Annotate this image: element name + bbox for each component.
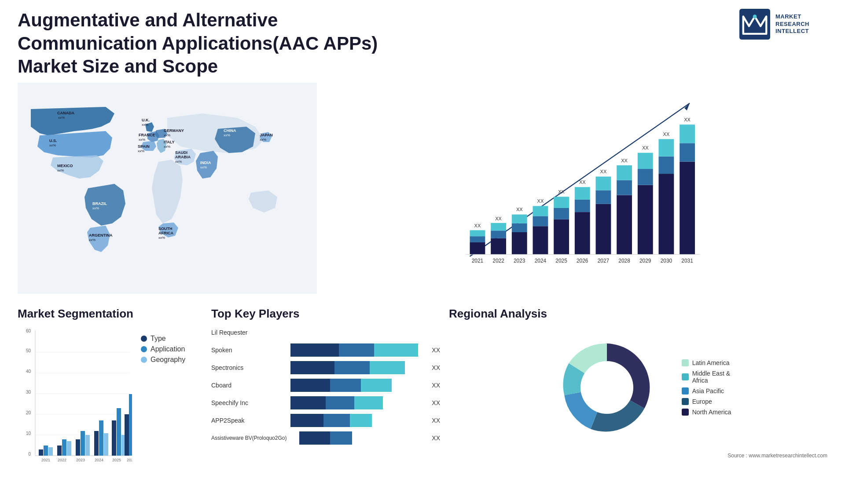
svg-rect-62 xyxy=(596,204,611,254)
legend-item-application: Application xyxy=(141,345,185,353)
logo-text: MARKET RESEARCH INTELLECT xyxy=(775,13,809,36)
svg-rect-55 xyxy=(554,208,569,219)
svg-text:U.K.: U.K. xyxy=(142,118,150,122)
legend-item-geography: Geography xyxy=(141,356,185,364)
svg-rect-46 xyxy=(512,232,527,254)
player-name: Spoken xyxy=(211,347,286,354)
svg-rect-58 xyxy=(575,212,590,254)
svg-point-132 xyxy=(580,361,633,414)
regional-legend: Latin America Middle East &Africa Asia P… xyxy=(682,359,731,416)
svg-rect-112 xyxy=(57,446,62,456)
player-bar xyxy=(299,431,425,445)
player-xx: XX xyxy=(432,399,440,406)
svg-rect-48 xyxy=(512,214,527,223)
svg-rect-79 xyxy=(680,143,695,161)
svg-text:30: 30 xyxy=(26,390,31,394)
svg-text:INDIA: INDIA xyxy=(200,161,211,165)
player-name: Cboard xyxy=(211,382,286,389)
bar-light xyxy=(350,414,372,427)
bar-dark xyxy=(290,414,323,427)
player-row-spoken: Spoken XX xyxy=(211,343,440,357)
svg-rect-42 xyxy=(491,238,506,254)
player-bar xyxy=(290,326,440,339)
legend-latin-america: Latin America xyxy=(682,359,731,366)
key-players-section: Top Key Players Lil Requester Spoken XX xyxy=(211,307,440,504)
segmentation-legend: Type Application Geography xyxy=(141,335,185,364)
player-xx: XX xyxy=(432,435,440,442)
svg-text:2022: 2022 xyxy=(58,458,66,462)
player-row-assistiveware: Assistiveware BV(Proloquo2Go) XX xyxy=(211,431,440,445)
svg-rect-75 xyxy=(659,156,674,173)
player-xx: XX xyxy=(432,382,440,389)
svg-rect-50 xyxy=(533,226,548,254)
svg-rect-120 xyxy=(94,431,99,456)
logo-icon xyxy=(739,9,770,40)
svg-text:SAUDI: SAUDI xyxy=(175,150,187,155)
player-bar xyxy=(290,361,425,374)
bar-light xyxy=(370,361,405,374)
svg-text:xx%: xx% xyxy=(92,206,99,210)
type-dot xyxy=(141,336,147,342)
svg-rect-129 xyxy=(129,394,132,456)
svg-rect-66 xyxy=(617,195,632,254)
bar-dark xyxy=(290,396,326,409)
svg-text:2024: 2024 xyxy=(535,257,547,263)
svg-rect-121 xyxy=(99,420,103,456)
svg-rect-124 xyxy=(112,420,116,456)
bar-chart-section: XX XX XX XX XX xyxy=(330,83,827,298)
svg-text:2022: 2022 xyxy=(492,257,504,263)
svg-rect-125 xyxy=(117,408,121,456)
svg-text:2026: 2026 xyxy=(127,458,132,462)
svg-rect-113 xyxy=(62,439,66,456)
svg-text:XX: XX xyxy=(516,207,523,212)
player-xx: XX xyxy=(432,417,440,424)
svg-text:xx%: xx% xyxy=(158,236,165,240)
svg-rect-122 xyxy=(104,433,108,456)
svg-text:2027: 2027 xyxy=(598,257,610,263)
page-title: Augmentative and Alternative Communicati… xyxy=(18,9,414,78)
svg-text:2025: 2025 xyxy=(112,458,121,462)
svg-text:SOUTH: SOUTH xyxy=(158,226,173,231)
svg-text:XX: XX xyxy=(684,117,691,122)
svg-text:60: 60 xyxy=(26,329,31,333)
north-america-label: North America xyxy=(692,409,731,416)
svg-text:XX: XX xyxy=(495,215,502,221)
svg-text:50: 50 xyxy=(26,348,31,353)
north-america-color xyxy=(682,409,689,416)
players-list: Lil Requester Spoken XX Spectronics xyxy=(211,326,440,445)
svg-text:2021: 2021 xyxy=(472,257,484,263)
svg-rect-117 xyxy=(81,431,85,456)
svg-text:AFRICA: AFRICA xyxy=(158,231,173,235)
svg-text:XX: XX xyxy=(600,169,607,174)
svg-text:10: 10 xyxy=(26,431,31,436)
svg-text:xx%: xx% xyxy=(142,123,148,127)
svg-text:20: 20 xyxy=(26,410,31,415)
svg-rect-108 xyxy=(39,449,43,456)
player-row-speechify: Speechify Inc XX xyxy=(211,396,440,409)
svg-text:xx%: xx% xyxy=(49,143,56,147)
asia-pacific-label: Asia Pacific xyxy=(692,387,724,394)
key-players-title: Top Key Players xyxy=(211,307,440,321)
player-name: Spectronics xyxy=(211,364,286,371)
legend-north-america: North America xyxy=(682,409,731,416)
top-row: CANADA xx% U.S. xx% MEXICO xx% BRAZIL xx… xyxy=(18,83,827,298)
svg-text:XX: XX xyxy=(579,179,586,185)
player-row-lil-requester: Lil Requester xyxy=(211,326,440,339)
svg-text:2031: 2031 xyxy=(681,257,693,263)
svg-text:xx%: xx% xyxy=(164,133,170,137)
svg-text:2025: 2025 xyxy=(555,257,567,263)
svg-text:xx%: xx% xyxy=(224,133,230,137)
player-name: APP2Speak xyxy=(211,417,286,424)
svg-rect-67 xyxy=(617,180,632,195)
svg-rect-40 xyxy=(470,230,485,236)
svg-rect-68 xyxy=(617,165,632,180)
svg-rect-63 xyxy=(596,190,611,204)
bar-dark xyxy=(290,343,339,357)
svg-rect-110 xyxy=(48,447,53,456)
regional-title: Regional Analysis xyxy=(449,307,827,321)
segmentation-section: Market Segmentation 0 10 20 30 40 50 60 xyxy=(18,307,202,504)
bar-mid xyxy=(323,414,350,427)
bar-mid xyxy=(326,396,354,409)
svg-text:xx%: xx% xyxy=(200,165,207,169)
svg-rect-109 xyxy=(44,446,48,456)
